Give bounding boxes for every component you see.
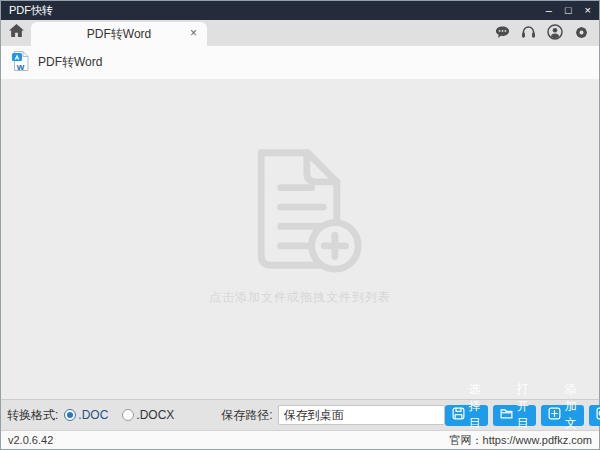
home-icon [8,23,25,42]
choose-directory-button[interactable]: 选择目录 [445,405,488,426]
open-folder-icon [500,407,513,423]
open-directory-button[interactable]: 打开目录 [493,405,536,426]
radio-docx-circle [122,409,134,421]
svg-text:W: W [17,62,25,71]
window-controls: – □ × [546,5,591,16]
batch-convert-button[interactable]: 批量转换 [589,405,600,426]
drop-area[interactable]: 点击添加文件或拖拽文件到列表 [1,79,599,399]
close-button[interactable]: × [585,5,591,16]
maximize-button[interactable]: □ [565,5,572,16]
app-window: PDF快转 – □ × PDF转Word × [0,0,600,450]
toolbar: W PDF转Word [1,46,599,79]
status-bar: v2.0.6.42 官网：https://www.pdfkz.com [1,430,599,449]
title-bar: PDF快转 – □ × [1,1,599,20]
home-button[interactable] [1,23,31,46]
tab-bar: PDF转Word × [1,20,599,46]
tool-item-label: PDF转Word [38,54,102,71]
format-label: 转换格式: [7,407,58,424]
user-icon[interactable] [547,24,563,40]
tabbar-icons [495,24,589,40]
add-file-icon [548,407,561,423]
add-file-button[interactable]: 添加文件 [541,405,584,426]
pdf-to-word-icon: W [11,50,30,76]
tab-pdf-to-word[interactable]: PDF转Word × [31,22,207,46]
radio-doc[interactable]: .DOC [64,408,108,422]
options-bar: 转换格式: .DOC .DOCX 保存路径: 选择目录 [1,399,599,430]
tab-close-icon[interactable]: × [190,26,197,40]
document-add-icon [236,145,364,277]
website-text[interactable]: 官网：https://www.pdfkz.com [450,433,592,448]
save-path-input[interactable] [278,405,445,425]
radio-docx[interactable]: .DOCX [122,408,174,422]
radio-doc-circle [64,409,76,421]
save-path-label: 保存路径: [221,407,272,424]
radio-docx-label: .DOCX [136,408,174,422]
version-text: v2.0.6.42 [8,434,53,446]
format-radio-group: .DOC .DOCX [64,408,174,422]
minimize-button[interactable]: – [546,5,552,16]
gear-icon[interactable] [574,25,589,40]
batch-convert-icon [596,407,600,423]
tool-item-pdf-to-word[interactable]: W PDF转Word [11,50,102,76]
headset-icon[interactable] [521,25,536,39]
radio-doc-label: .DOC [78,408,108,422]
chat-icon[interactable] [495,25,510,39]
action-buttons: 选择目录 打开目录 添加文件 批量转换 [445,405,600,426]
empty-hint-text: 点击添加文件或拖拽文件到列表 [209,289,391,306]
tab-label: PDF转Word [87,26,151,43]
app-title: PDF快转 [9,3,53,18]
save-directory-icon [452,407,465,423]
